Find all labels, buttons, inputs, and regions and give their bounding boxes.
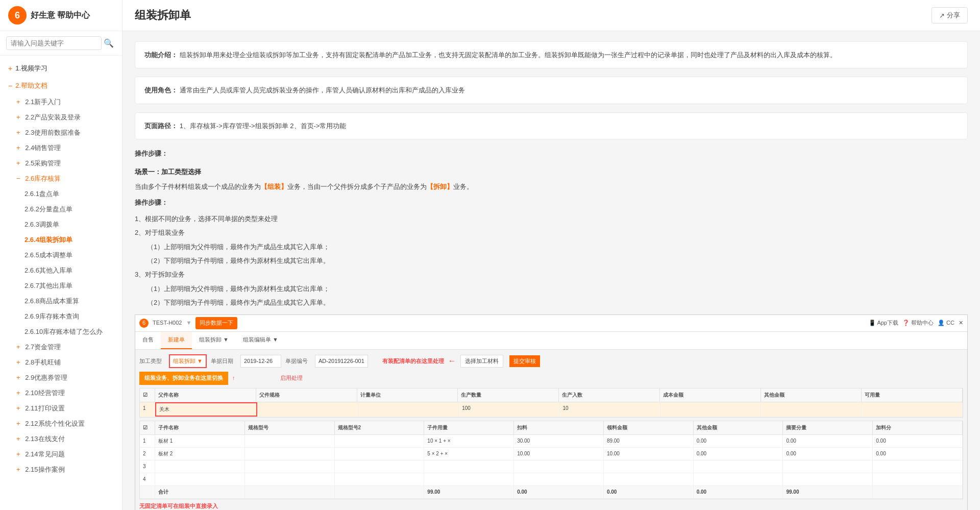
sub-row4-empty7 <box>694 473 783 485</box>
sidebar-item-2-10[interactable]: + 2.10经营管理 <box>0 385 122 401</box>
sidebar-item-label: 2.7资金管理 <box>25 343 61 351</box>
page-title: 组装拆卸单 <box>135 8 191 23</box>
nav-tab-edit[interactable]: 组装编辑单 ▼ <box>236 332 285 349</box>
sidebar-item-2-8[interactable]: + 2.8手机旺铺 <box>0 355 122 370</box>
sub-col-check: ☑ <box>140 421 155 434</box>
col-check: ☑ <box>140 388 155 402</box>
close-icon[interactable]: ✕ <box>959 318 963 328</box>
sidebar-item-2-6-7[interactable]: 2.6.7其他出库单 <box>0 278 122 294</box>
sidebar-item-2-6-10[interactable]: 2.6.10库存账本错了怎么办 <box>0 324 122 339</box>
sidebar-item-label: 2.6.3调拨单 <box>24 221 59 228</box>
nav-list: + 1.视频学习 − 2.帮助文档 + 2.1新手入门 + 2.2产品安装及登录… <box>0 56 122 510</box>
sidebar-item-2-1[interactable]: + 2.1新手入门 <box>0 94 122 110</box>
scenario1-title: 场景一：加工类型选择 <box>135 166 968 178</box>
form-type-select[interactable]: 组装拆卸 ▼ <box>169 354 207 369</box>
sidebar-item-label: 2.6.2分量盘点单 <box>24 205 72 213</box>
sub-row-num3: 3 <box>140 460 155 473</box>
footer-rem: 99.00 <box>783 486 873 498</box>
nav-tab-new[interactable]: 新建单 <box>161 332 192 349</box>
sidebar-item-2-2[interactable]: + 2.2产品安装及登录 <box>0 110 122 125</box>
sub-table-row-2: 2 板材 2 5 × 2 + × 10.00 10.00 0.00 0.00 0… <box>140 448 963 460</box>
step2-sub1: （1）上部明细为父件明细，最终作为产成品生成其它入库单； <box>135 241 968 253</box>
sidebar-item-2-5[interactable]: + 2.5采购管理 <box>0 156 122 171</box>
sidebar-item-2-14[interactable]: + 2.14常见问题 <box>0 447 122 462</box>
sub-row-cut1: 30.00 <box>514 435 604 447</box>
sidebar-item-2-6-8[interactable]: 2.6.8商品成本重算 <box>0 294 122 309</box>
sidebar-item-label: 2.6.9库存账本查询 <box>24 312 79 320</box>
sidebar-item-2-7[interactable]: + 2.7资金管理 <box>0 339 122 355</box>
sidebar-item-2-13[interactable]: + 2.13在线支付 <box>0 431 122 447</box>
sidebar-item-2-4[interactable]: + 2.4销售管理 <box>0 140 122 156</box>
role-section: 使用角色： 通常由生产人员或库管人员完成拆装业务的操作，库管人员确认原材料的出库… <box>135 77 968 104</box>
sidebar-item-label: 2.6.10库存账本错了怎么办 <box>24 328 103 335</box>
sidebar-item-2-6-2[interactable]: 2.6.2分量盘点单 <box>0 202 122 217</box>
app-nav: 自售 新建单 组装拆卸 ▼ 组装编辑单 ▼ <box>135 332 967 350</box>
sidebar-item-2-6-4[interactable]: 2.6.4组装拆卸单 <box>0 232 122 248</box>
nav-tab-home[interactable]: 自售 <box>135 332 161 349</box>
sidebar-item-2-6-5[interactable]: 2.6.5成本调整单 <box>0 248 122 263</box>
sub-table: ☑ 子件名称 规格型号 规格型号2 子件用量 扣料 领料金额 其他金额 摘要分量… <box>139 421 963 499</box>
sub-table-row-1: 1 板材 1 10 × 1 + × 30.00 89.00 0.00 0.00 … <box>140 435 963 448</box>
row-spec <box>257 402 358 417</box>
nav-tab-assembly[interactable]: 组装拆卸 ▼ <box>192 332 236 349</box>
topbar-right: 📱 App下载 ❓ 帮助中心 👤 CC ✕ <box>869 318 963 328</box>
sidebar-item-2-3[interactable]: + 2.3使用前数据准备 <box>0 125 122 140</box>
col-parent-name: 父件名称 <box>155 388 256 402</box>
sub-col-spec1: 规格型号 <box>245 421 335 434</box>
sidebar: 6 好生意 帮助中心 🔍 + 1.视频学习 − 2.帮助文档 + 2.1新手入门… <box>0 0 122 510</box>
sub-table-footer: 合计 99.00 0.00 0.00 0.00 99.00 <box>140 486 963 499</box>
expand-icon: + <box>8 64 12 72</box>
sidebar-item-label: 2.6.6其他入库单 <box>24 266 72 274</box>
sub-col-spec2: 规格型号2 <box>335 421 425 434</box>
parent-table: ☑ 父件名称 父件规格 计量单位 生产数量 生产入数 成本金额 其他金额 可用量… <box>139 388 963 418</box>
sidebar-item-2-11[interactable]: + 2.11打印设置 <box>0 401 122 416</box>
collapse-icon: − <box>8 82 12 90</box>
sub-row-spec2b <box>335 448 425 460</box>
share-button[interactable]: ↗ 分享 <box>932 7 968 23</box>
sidebar-item-2-6-1[interactable]: 2.6.1盘点单 <box>0 186 122 202</box>
footer-empty3 <box>335 486 425 498</box>
sub-col-other: 其他金额 <box>694 421 783 434</box>
sidebar-item-docs[interactable]: − 2.帮助文档 <box>0 77 122 94</box>
annotation-row-2: 组装业务、拆卸业务在这里切换 ↑ 启用处理 <box>139 372 963 385</box>
sub-table-row-3: 3 <box>140 460 963 473</box>
sidebar-item-label: 2.6库存核算 <box>25 175 61 182</box>
col-other: 其他金额 <box>761 388 862 402</box>
sidebar-item-2-6-6[interactable]: 2.6.6其他入库单 <box>0 263 122 278</box>
submit-btn[interactable]: 提交审核 <box>509 355 540 368</box>
sidebar-item-2-15[interactable]: + 2.15操作案例 <box>0 462 122 477</box>
logo-icon: 6 <box>8 6 27 25</box>
step2: 2、对于组装业务 <box>135 227 968 238</box>
sidebar-header: 6 好生意 帮助中心 <box>0 0 122 31</box>
sub-row4-empty8 <box>783 473 873 485</box>
sidebar-item-2-6-9[interactable]: 2.6.9库存账本查询 <box>0 309 122 324</box>
footer-add <box>873 486 963 498</box>
sub-row-qty1: 10 × 1 + × <box>424 435 514 447</box>
sync-button[interactable]: 同步数据一下 <box>195 317 237 329</box>
form-date-value[interactable]: 2019-12-26 <box>240 355 281 368</box>
sub-row-rem2: 0.00 <box>783 448 873 460</box>
app-logo-icon: 6 <box>139 319 149 328</box>
search-button[interactable]: 🔍 <box>102 38 116 48</box>
sidebar-item-2-6[interactable]: − 2.6库存核算 <box>0 171 122 186</box>
sub-col-add: 加料分 <box>873 421 963 434</box>
sidebar-item-2-6-3[interactable]: 2.6.3调拨单 <box>0 217 122 232</box>
intro-label: 功能介绍： <box>144 51 178 59</box>
form-dan-value[interactable]: AD-20191226-001 <box>315 355 368 368</box>
sub-table-row-4: 4 <box>140 473 963 486</box>
sub-row4-empty1 <box>155 473 245 485</box>
select-material-btn[interactable]: 选择加工材料 <box>460 355 503 368</box>
topbar-help-icon: ❓ 帮助中心 <box>902 318 934 328</box>
search-input[interactable] <box>6 36 102 50</box>
sidebar-item-label: 2.13在线支付 <box>25 435 64 443</box>
annotation4: 启用处理 <box>280 373 303 383</box>
sidebar-item-video[interactable]: + 1.视频学习 <box>0 60 122 77</box>
share-icon: ↗ <box>939 12 945 19</box>
sub-row4-empty6 <box>604 473 694 485</box>
row-other <box>761 402 862 417</box>
sub-row4-empty2 <box>245 473 335 485</box>
table-header: ☑ 父件名称 父件规格 计量单位 生产数量 生产入数 成本金额 其他金额 可用量 <box>140 388 963 402</box>
sidebar-item-2-12[interactable]: + 2.12系统个性化设置 <box>0 416 122 431</box>
sub-row-add1: 0.00 <box>873 435 963 447</box>
sidebar-item-2-9[interactable]: + 2.9优惠券管理 <box>0 370 122 385</box>
